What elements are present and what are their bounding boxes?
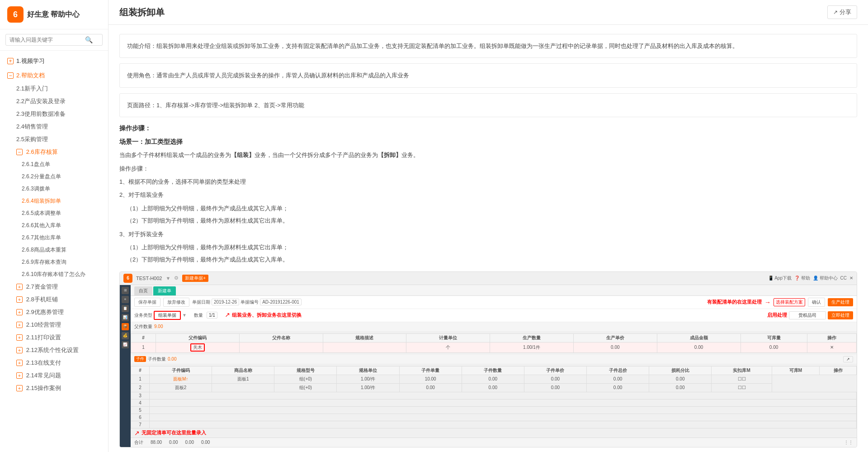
- sc-confirm-btn[interactable]: 确认: [808, 298, 825, 307]
- sc-cth-no: #: [131, 366, 150, 375]
- intro-text-1: 功能介绍：组装拆卸单用来处理企业组装或拆卸等加工业务，支持有固定装配清单的产品加…: [127, 43, 738, 49]
- nav-group-docs: − 2.帮助文档 2.1新手入门 2.2产品安装及登录 2.3使用前数据准备 2…: [0, 69, 108, 395]
- minus-icon-inv: −: [16, 149, 23, 155]
- arrow-icon-fill: ↗: [134, 429, 140, 437]
- sc-cth-name: 商品名称: [212, 366, 274, 375]
- nav-item-finance[interactable]: + 2.7资金管理: [0, 281, 108, 293]
- nav-group-video: + 1.视频学习: [0, 54, 108, 68]
- nav-item-newbie[interactable]: 2.1新手入门: [0, 82, 108, 95]
- sc-cth-avail: 可库M: [772, 366, 819, 375]
- sc-process-btn[interactable]: 生产处理: [828, 298, 853, 306]
- sc-section-header-parent: 父件数量 9.00: [131, 322, 857, 332]
- sc-tabs: 自页 新建单: [131, 285, 857, 296]
- nav-item-payment[interactable]: + 2.13在线支付: [0, 357, 108, 369]
- intro-text-3: 页面路径：1、库存核算->库存管理->组装拆卸单 2、首页->常用功能: [127, 102, 304, 109]
- step2-1: （1）上部明细为父件明细，最终作为产成品生成其它入库单；: [127, 203, 857, 214]
- nav-item-install[interactable]: 2.2产品安装及登录: [0, 95, 108, 108]
- arrow-icon-bottom: ↙: [225, 312, 230, 319]
- sc-titlebar-right: 📱 App下载 ❓ 帮助 👤 帮助中心 CC ✕: [768, 275, 853, 281]
- sc-date-label: 单据日期: [192, 299, 210, 305]
- sc-form-row-1: 业务类型 组装单据 ▼ 数量 1/1 ↙ 组装业务、拆卸业务在这里切换: [131, 309, 857, 322]
- sc-select-scheme: 选择装配方案: [774, 298, 805, 306]
- scenario1-title: 场景一：加工类型选择: [119, 138, 857, 146]
- nav-item-sales[interactable]: 2.4销售管理: [0, 120, 108, 133]
- sc-help-icon: ❓ 帮助: [794, 275, 810, 281]
- sc-titlebar-left: 6 TEST-H002 ▼ ⚙ 新建单据+: [123, 274, 208, 283]
- intro-block-1: 功能介绍：组装拆卸单用来处理企业组装或拆卸等加工业务，支持有固定装配清单的产品加…: [119, 34, 857, 58]
- nav-inv-7[interactable]: 2.6.7其他出库单: [0, 232, 108, 244]
- nav-item-coupon[interactable]: + 2.9优惠券管理: [0, 306, 108, 319]
- nav-item-docs[interactable]: − 2.帮助文档: [0, 69, 108, 82]
- sc-qty-value: 1/1: [207, 312, 217, 319]
- sc-save-btn[interactable]: 保存单据: [134, 298, 160, 307]
- sc-th-action: 操作: [807, 333, 856, 342]
- sc-num-value: AD-20191226-001: [260, 299, 302, 305]
- sc-cth-action: 操作: [820, 366, 857, 375]
- nav-item-ops[interactable]: + 2.10经营管理: [0, 319, 108, 331]
- nav-inv-6[interactable]: 2.6.6其他入库单: [0, 219, 108, 232]
- sc-child-row-7: 7: [131, 421, 857, 428]
- logo-area: 6 好生意 帮助中心: [0, 0, 108, 29]
- nav-item-cases[interactable]: + 2.15操作案例: [0, 382, 108, 395]
- nav-inv-5[interactable]: 2.6.5成本调整单: [0, 207, 108, 219]
- sc-footer-total: 合计: [134, 439, 143, 446]
- sc-sidebar-icon-7: 📈: [122, 341, 129, 348]
- plus-icon: +: [7, 58, 14, 64]
- nav-inv-4[interactable]: 2.6.4组装拆卸单: [0, 195, 108, 207]
- sc-type-label: 业务类型: [134, 312, 152, 319]
- intro-text-2: 使用角色：通常由生产人员或库管人员完成拆装业务的操作，库管人员确认原材料的出库和…: [127, 72, 409, 79]
- sc-enable-btn[interactable]: 立即处理: [828, 311, 853, 319]
- sc-footer-v1: 88.00: [151, 440, 162, 445]
- nav-item-faq[interactable]: + 2.14常见问题: [0, 369, 108, 382]
- sc-child-row-1: 1 面板M↑ 面板1 组(+0) 1.00/件 10.00 0.00 0.00 …: [131, 375, 857, 383]
- content-area: 功能介绍：组装拆卸单用来处理企业组装或拆卸等加工业务，支持有固定装配清单的产品加…: [108, 25, 868, 452]
- sc-child-row-3: 3: [131, 392, 857, 399]
- sc-close-icon: ✕: [849, 276, 853, 281]
- sc-logo: 6: [123, 274, 132, 283]
- nav-item-inventory[interactable]: − 2.6库存核算: [0, 146, 108, 158]
- intro-block-2: 使用角色：通常由生产人员或库管人员完成拆装业务的操作，库管人员确认原材料的出库和…: [119, 63, 857, 87]
- nav-inv-1[interactable]: 2.6.1盘点单: [0, 158, 108, 171]
- sc-footer: 合计 88.00 0.00 0.00 0.00 ⋮⋮: [131, 438, 857, 447]
- share-icon: ↗: [833, 9, 838, 15]
- step1: 1、根据不同的业务，选择不同单据的类型来处理: [119, 176, 857, 187]
- nav-item-sysconfig[interactable]: + 2.12系统个性化设置: [0, 344, 108, 357]
- sc-discard-btn[interactable]: 放弃修改: [163, 298, 189, 307]
- sc-sidebar-icon-5: 📦: [122, 323, 129, 330]
- sc-th-avail: 可库量: [741, 333, 807, 342]
- share-button[interactable]: ↗ 分享: [827, 5, 857, 19]
- sc-user-icon: 👤 帮助中心: [813, 275, 838, 281]
- sc-th-amount: 成品金额: [657, 333, 741, 342]
- nav-item-video[interactable]: + 1.视频学习: [0, 54, 108, 68]
- sc-tab-new[interactable]: 新建单: [153, 286, 176, 295]
- sc-date-value: 2019-12-26: [212, 299, 239, 305]
- sc-cth-qty: 子件数量: [462, 366, 524, 375]
- sc-section-header-child: 子件 子件数量 0.00 ↗: [131, 355, 857, 364]
- sc-cth-uprice: 子件单价: [524, 366, 586, 375]
- step3: 3、对于拆装业务: [119, 229, 857, 239]
- nav-inv-9[interactable]: 2.6.9库存账本查询: [0, 256, 108, 268]
- sc-child-row-5: 5: [131, 406, 857, 414]
- nav-inv-2[interactable]: 2.6.2分量盘点单: [0, 171, 108, 183]
- search-button[interactable]: 🔍: [85, 36, 93, 43]
- sc-title: TEST-H002: [136, 276, 162, 281]
- sc-child-row-4: 4: [131, 399, 857, 406]
- step3-2: （2）下部明细为子件明细，最终作为产成品生成其它入库单。: [127, 254, 857, 265]
- nav-inv-3[interactable]: 2.6.3调拨单: [0, 183, 108, 195]
- nav-item-mobile[interactable]: + 2.8手机旺铺: [0, 293, 108, 306]
- sidebar: 6 好生意 帮助中心 🔍 + 1.视频学习 − 2.帮助文档 2.1新手入门: [0, 0, 108, 452]
- nav-inv-8[interactable]: 2.6.8商品成本重算: [0, 244, 108, 256]
- nav-inv-10[interactable]: 2.6.10库存账本错了怎么办: [0, 268, 108, 281]
- main-header: 组装拆卸单 ↗ 分享: [108, 0, 868, 25]
- nav-item-data[interactable]: 2.3使用前数据准备: [0, 108, 108, 120]
- nav-item-print[interactable]: + 2.11打印设置: [0, 331, 108, 344]
- sc-dropdown-icon: ▼: [165, 276, 170, 281]
- step2: 2、对于组装业务: [119, 190, 857, 200]
- sc-parent-row-1: 1 关木 个 1.00/1件 0.00 0.00 0.00 ✕: [131, 342, 857, 352]
- sc-section-count: 9.00: [154, 324, 163, 329]
- sc-child-row-6: 6: [131, 414, 857, 421]
- logo-icon: 6: [7, 6, 24, 23]
- sc-tab-home[interactable]: 自页: [134, 286, 152, 295]
- sc-th-unit: 计量单位: [406, 333, 490, 342]
- nav-item-purchase[interactable]: 2.5采购管理: [0, 133, 108, 146]
